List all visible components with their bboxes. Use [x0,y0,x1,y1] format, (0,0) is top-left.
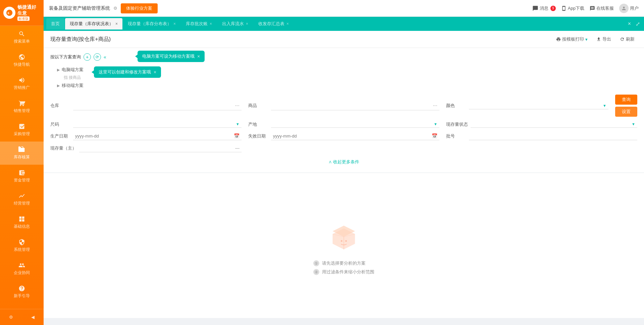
filter-exp-date: 失效日期 📅 [248,132,439,140]
filter-refresh-button[interactable]: ⟳ [94,53,101,61]
exp-date-calendar-icon[interactable]: 📅 [432,133,437,139]
prod-date-input-wrap: 📅 [73,132,241,140]
collapse-button[interactable]: ◀ [29,313,37,322]
batch-label: 批号 [446,133,466,139]
empty-step-1: ① 请先选择要分析的方案 [313,260,374,266]
tab-close-all-icon[interactable]: × [627,19,632,28]
product-dots[interactable]: ··· [433,103,437,109]
size-select[interactable]: ▼ [73,121,241,128]
color-select[interactable]: ▼ [469,102,608,109]
sidebar-item-marketing[interactable]: 营销推广 [0,72,44,95]
warehouse-dots[interactable]: ··· [235,103,239,109]
message-button[interactable]: 消息 9 [532,5,556,11]
tab-inventory-dist[interactable]: 现存量（库存分布表） × [123,18,180,30]
origin-chevron: ▼ [434,122,437,126]
svg-point-8 [345,240,347,242]
tabbar-right: × ⤢ [627,19,641,29]
filter-prod-date: 生产日期 📅 [50,132,241,140]
filter-stock-status: 现存量状态 ▼ [446,121,637,128]
collapse-button[interactable]: ∧ 收起更多条件 [50,156,637,167]
trial-button[interactable]: 体验行业方案 [121,3,158,13]
settings-button[interactable]: ⚙ [7,313,15,322]
tooltip-create: 这里可以创建和修改方案哦 × [94,66,161,78]
main-area: 装备及固定资产辅助管理系统 ⚙ 体验行业方案 消息 9 App下载 在线客服 [44,0,644,325]
tabbar: 首页 现存量（库存状况表） × 现存量（库存分布表） × 库存批次账 × 出入库… [44,17,644,31]
exp-date-label: 失效日期 [248,133,268,139]
refresh-button[interactable]: 刷新 [617,35,637,44]
step-num-2: ② [313,269,319,275]
tab-close-inventory-dist[interactable]: × [173,21,176,26]
stock-status-chevron: ▼ [632,122,635,126]
sidebar-item-search-menu[interactable]: 搜索菜单 [0,26,44,49]
empty-step-2: ② 用过滤条件来缩小分析范围 [313,269,374,275]
tab-close-batch-account[interactable]: × [210,21,212,26]
tab-batch-account[interactable]: 库存批次账 × [181,18,217,30]
sidebar-item-inventory[interactable]: 库存核算 [0,142,44,165]
prod-date-label: 生产日期 [50,133,70,139]
color-chevron: ▼ [603,104,606,108]
sidebar-item-operations[interactable]: 经营管理 [0,188,44,211]
tooltip-create-close[interactable]: × [154,69,156,75]
stock-status-select[interactable]: ▼ [471,121,637,128]
tab-close-inventory-status[interactable]: × [115,21,118,26]
page-title: 现存量查询(按仓库+商品) [50,36,111,43]
tab-close-in-out-flow[interactable]: × [246,21,248,26]
export-button[interactable]: 导出 [594,35,614,44]
filter-grid: 仓库 ··· 商品 ··· 颜色 [50,95,637,152]
page-content: 现存量查询(按仓库+商品) 按模板打印 ▾ 导出 刷新 [44,31,644,325]
filter-add-button[interactable]: + [84,53,91,61]
svg-point-0 [6,10,12,16]
logo-icon: 6 [3,7,15,19]
reset-button[interactable]: 设置 [615,107,637,117]
svg-point-7 [341,240,342,242]
tab-inventory-status[interactable]: 现存量（库存状况表） × [65,18,122,30]
sidebar-item-system[interactable]: 系统管理 [0,234,44,257]
tab-collect-summary[interactable]: 收发存汇总表 × [254,18,293,30]
sidebar-item-purchase[interactable]: 采购管理 [0,118,44,142]
exp-date-input-wrap: 📅 [271,132,439,140]
sidebar: 6 畅捷通好生意 标准版 搜索菜单 快捷导航 营销推广 销售管理 采购管理 [0,0,44,325]
message-badge: 9 [550,6,556,11]
tab-expand-icon[interactable]: ⤢ [634,19,641,29]
stock-main-range: — [79,144,241,152]
topbar-settings-icon[interactable]: ⚙ [113,6,117,11]
origin-label: 产地 [248,121,268,127]
tooltip-pc-close[interactable]: × [197,54,200,59]
warehouse-select[interactable]: ··· [73,101,241,110]
warehouse-label: 仓库 [50,103,70,109]
prod-date-calendar-icon[interactable]: 📅 [234,133,239,139]
sidebar-item-finance[interactable]: 资金管理 [0,165,44,188]
support-button[interactable]: 在线客服 [590,5,614,11]
exp-date-input[interactable] [273,133,432,139]
tab-home[interactable]: 首页 [46,18,64,30]
batch-input[interactable] [469,132,637,140]
sidebar-item-cooperation[interactable]: 企业协同 [0,257,44,280]
svg-text:6: 6 [8,11,9,15]
scheme-mobile[interactable]: ▶ 移动端方案 [57,81,637,90]
prod-date-input[interactable] [75,133,234,139]
sidebar-nav: 搜索菜单 快捷导航 营销推广 销售管理 采购管理 库存核算 资金管理 [0,26,44,309]
size-chevron: ▼ [236,122,239,126]
search-button[interactable]: 查询 [615,95,637,105]
sidebar-item-guide[interactable]: 新手引导 [0,280,44,304]
sidebar-item-sales[interactable]: 销售管理 [0,95,44,118]
stock-main-from[interactable] [81,146,234,151]
filter-warehouse: 仓库 ··· [50,95,241,117]
tooltip-dot [122,55,125,59]
stock-main-label: 现存量（主） [50,145,76,151]
sidebar-item-quick-nav[interactable]: 快捷导航 [0,49,44,72]
filter-label: 按以下方案查询 [50,54,81,60]
range-dash: — [235,146,239,151]
origin-select[interactable]: ▼ [271,121,439,128]
page-actions: 按模板打印 ▾ 导出 刷新 [553,35,637,44]
tab-close-collect-summary[interactable]: × [286,21,289,26]
tab-in-out-flow[interactable]: 出入库流水 × [217,18,253,30]
filter-arrow-button[interactable]: « [104,54,106,60]
app-download-button[interactable]: App下载 [561,5,584,11]
print-button[interactable]: 按模板打印 ▾ [553,35,590,44]
sidebar-logo: 6 畅捷通好生意 标准版 [0,0,44,26]
product-select[interactable]: ··· [271,101,439,110]
user-menu[interactable]: 用户 [619,4,639,13]
sidebar-item-basic[interactable]: 基础信息 [0,211,44,234]
empty-state-content: ① 请先选择要分析的方案 ② 用过滤条件来缩小分析范围 [44,193,644,291]
